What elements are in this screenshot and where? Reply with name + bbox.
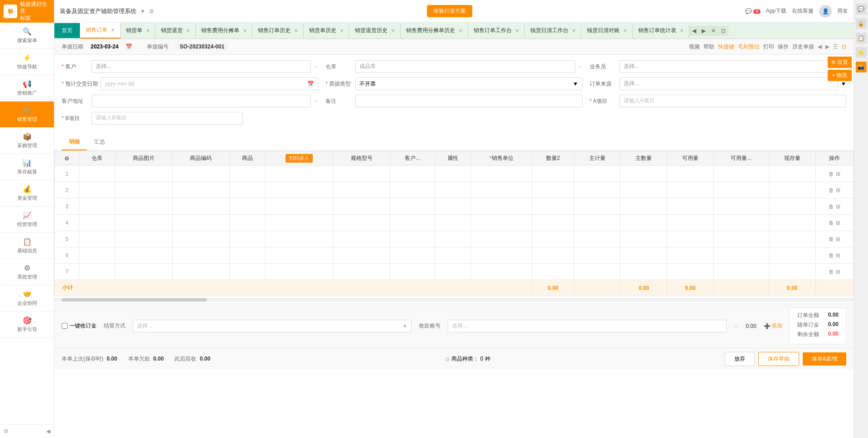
remark-input[interactable] bbox=[355, 95, 582, 107]
cell-7-4[interactable] bbox=[229, 264, 265, 280]
dots-icon[interactable]: ··· bbox=[734, 323, 738, 329]
cell-4-8[interactable] bbox=[435, 215, 470, 231]
cell-7-8[interactable] bbox=[435, 264, 470, 280]
tab-12[interactable]: 销售订单统计表 ✕ bbox=[633, 23, 689, 38]
cell-5-4[interactable] bbox=[229, 231, 265, 247]
cell-5-9[interactable] bbox=[471, 231, 532, 247]
delete-icon[interactable]: 🗑 bbox=[829, 220, 834, 226]
sidebar-item-销售管理[interactable]: 🛒销售管理 bbox=[0, 101, 54, 128]
sidebar-item-企业协同[interactable]: 🤝企业协同 bbox=[0, 285, 54, 312]
cell-3-13[interactable] bbox=[667, 198, 714, 215]
delete-icon[interactable]: 🗑 bbox=[829, 236, 834, 242]
sidebar-item-快捷导航[interactable]: ⚡快捷导航 bbox=[0, 49, 54, 75]
delivery-date-input[interactable]: yyyy-mm-dd 📅 bbox=[101, 77, 318, 90]
sidebar-item-资金管理[interactable]: 💰资金管理 bbox=[0, 180, 54, 207]
cell-1-1[interactable] bbox=[79, 166, 115, 182]
cell-5-14[interactable] bbox=[713, 231, 769, 247]
cell-6-6[interactable] bbox=[333, 247, 390, 264]
th-availableMore[interactable]: 可用量... bbox=[713, 151, 769, 166]
cell-1-13[interactable] bbox=[667, 166, 714, 182]
cell-5-13[interactable] bbox=[667, 231, 714, 247]
cell-7-14[interactable] bbox=[713, 264, 769, 280]
customer-dots[interactable]: ··· bbox=[314, 63, 318, 70]
cell-4-10[interactable] bbox=[532, 215, 574, 231]
fullscreen-icon[interactable]: ⊡ bbox=[842, 43, 846, 50]
cell-7-2[interactable] bbox=[115, 264, 172, 280]
warehouse-input[interactable]: 成品库 bbox=[355, 60, 575, 73]
cell-7-15[interactable] bbox=[769, 264, 815, 280]
cell-1-14[interactable] bbox=[713, 166, 769, 182]
cell-2-4[interactable] bbox=[229, 182, 265, 198]
tab-nav-3[interactable]: ⊡ bbox=[718, 26, 728, 36]
message-icon[interactable]: 💬 9 bbox=[745, 8, 761, 14]
cell-5-6[interactable] bbox=[333, 231, 390, 247]
cell-5-15[interactable] bbox=[769, 231, 815, 247]
account-select[interactable]: 选择... bbox=[448, 320, 727, 332]
sidebar-item-搜索菜单[interactable]: 🔍搜索菜单 bbox=[0, 23, 54, 49]
tab-4[interactable]: 销售费用分摊单 ✕ bbox=[196, 23, 252, 38]
horizontal-scrollbar[interactable] bbox=[54, 298, 853, 302]
cell-1-4[interactable] bbox=[229, 166, 265, 182]
cell-2-10[interactable] bbox=[532, 182, 574, 198]
cell-7-7[interactable] bbox=[390, 264, 435, 280]
delete-icon[interactable]: 🗑 bbox=[829, 252, 834, 259]
avatar[interactable]: 👤 bbox=[819, 5, 832, 18]
nav-right-icon[interactable]: ▶ bbox=[825, 43, 829, 50]
rs-icon-3[interactable]: 📋 bbox=[856, 33, 867, 43]
cell-4-15[interactable] bbox=[769, 215, 815, 231]
delete-icon[interactable]: 🗑 bbox=[829, 187, 834, 193]
settings-right-btn[interactable]: ⚙ 设置 bbox=[828, 57, 852, 68]
cell-2-15[interactable] bbox=[769, 182, 815, 198]
cell-3-3[interactable] bbox=[172, 198, 229, 215]
th-mainQty[interactable]: 主数量 bbox=[621, 151, 667, 166]
cell-3-10[interactable] bbox=[532, 198, 574, 215]
date-value[interactable]: 2023-03-24 bbox=[91, 43, 118, 50]
sidebar-item-经营管理[interactable]: 📈经营管理 bbox=[0, 207, 54, 233]
cell-5-11[interactable] bbox=[574, 231, 621, 247]
address-input[interactable] bbox=[92, 95, 311, 107]
th-product[interactable]: 商品 bbox=[229, 151, 265, 166]
cell-3-15[interactable] bbox=[769, 198, 815, 215]
cell-6-13[interactable] bbox=[667, 247, 714, 264]
sidebar-item-采购管理[interactable]: 📦采购管理 bbox=[0, 128, 54, 154]
cell-6-15[interactable] bbox=[769, 247, 815, 264]
cell-4-12[interactable] bbox=[621, 215, 667, 231]
tab-10[interactable]: 钱货日清工作台 ✕ bbox=[525, 23, 582, 38]
cell-6-2[interactable] bbox=[115, 247, 172, 264]
cell-1-2[interactable] bbox=[115, 166, 172, 182]
app-download[interactable]: App下载 bbox=[766, 7, 786, 15]
cell-2-2[interactable] bbox=[115, 182, 172, 198]
cell-2-7[interactable] bbox=[390, 182, 435, 198]
cell-3-6[interactable] bbox=[333, 198, 390, 215]
tab-5[interactable]: 销售订单历史 ✕ bbox=[252, 23, 304, 38]
tab-9[interactable]: 销售订单工作台 ✕ bbox=[468, 23, 525, 38]
cell-6-8[interactable] bbox=[435, 247, 470, 264]
cell-7-13[interactable] bbox=[667, 264, 714, 280]
tab-6[interactable]: 销货单历史 ✕ bbox=[304, 23, 349, 38]
rs-icon-5[interactable]: 📷 bbox=[856, 62, 867, 72]
th-image[interactable]: 商品图片 bbox=[115, 151, 172, 166]
cell-4-3[interactable] bbox=[172, 215, 229, 231]
copy-icon[interactable]: ⊞ bbox=[836, 269, 840, 275]
delete-icon[interactable]: 🗑 bbox=[829, 269, 834, 275]
cell-2-8[interactable] bbox=[435, 182, 470, 198]
auto-collect-check[interactable]: 一键收订金 bbox=[62, 322, 97, 330]
content-tab-明细[interactable]: 明细 bbox=[62, 135, 87, 150]
grid-icon[interactable]: ☰ bbox=[833, 43, 838, 50]
cell-2-12[interactable] bbox=[621, 182, 667, 198]
cell-2-14[interactable] bbox=[713, 182, 769, 198]
rs-icon-4[interactable]: ⭐ bbox=[856, 47, 867, 58]
copy-icon[interactable]: ⊞ bbox=[836, 187, 840, 193]
th-stock[interactable]: 现存量 bbox=[769, 151, 815, 166]
th-spec[interactable]: 规格型号 bbox=[333, 151, 390, 166]
sidebar-item-系统管理[interactable]: ⚙系统管理 bbox=[0, 259, 54, 285]
content-tab-汇总[interactable]: 汇总 bbox=[87, 135, 112, 150]
cell-2-6[interactable] bbox=[333, 182, 390, 198]
delete-icon[interactable]: 🗑 bbox=[829, 203, 834, 210]
th-available[interactable]: 可用量 bbox=[667, 151, 714, 166]
cell-4-1[interactable] bbox=[79, 215, 115, 231]
cell-3-9[interactable] bbox=[471, 198, 532, 215]
discard-button[interactable]: 放弃 bbox=[725, 352, 755, 366]
cell-4-4[interactable] bbox=[229, 215, 265, 231]
cell-4-2[interactable] bbox=[115, 215, 172, 231]
